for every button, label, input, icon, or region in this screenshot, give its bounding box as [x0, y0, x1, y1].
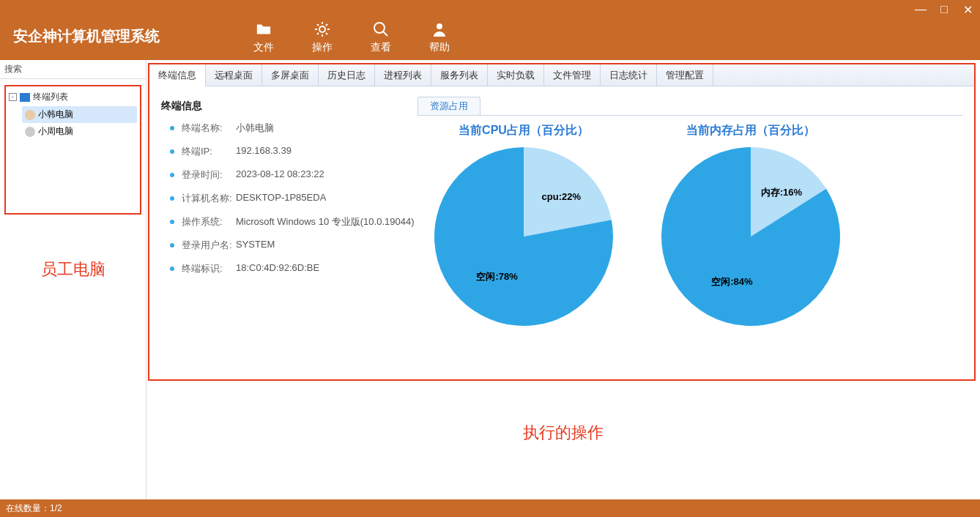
bullet-icon — [170, 243, 174, 248]
minimize-button[interactable]: — — [914, 3, 927, 17]
info-row-4: 操作系统:Microsoft Windows 10 专业版(10.0.19044… — [161, 215, 417, 228]
info-label: 计算机名称: — [182, 192, 236, 205]
info-value: 2023-08-12 08:23:22 — [236, 168, 417, 179]
main-panel: 终端信息远程桌面多屏桌面历史日志进程列表服务列表实时负载文件管理日志统计管理配置… — [146, 60, 980, 499]
tab-0[interactable]: 终端信息 — [149, 64, 206, 86]
info-value: DESKTOP-1P85EDA — [236, 192, 417, 203]
info-heading: 终端信息 — [161, 100, 417, 113]
tab-2[interactable]: 多屏桌面 — [262, 64, 319, 86]
tab-9[interactable]: 管理配置 — [657, 64, 713, 86]
tab-7[interactable]: 文件管理 — [544, 64, 601, 86]
action-caption: 执行的操作 — [523, 422, 604, 444]
info-value: 小韩电脑 — [236, 122, 417, 135]
terminal-info: 终端信息 终端名称:小韩电脑终端IP:192.168.3.39登录时间:2023… — [161, 95, 417, 329]
tab-4[interactable]: 进程列表 — [375, 64, 431, 86]
chart-1: 当前内存占用（百分比）内存:16%空闲:84% — [652, 123, 850, 329]
chart-title: 当前内存占用（百分比） — [652, 123, 850, 138]
info-row-5: 登录用户名:SYSTEM — [161, 239, 417, 252]
bullet-icon — [170, 196, 174, 201]
tree-item-label: 小周电脑 — [38, 125, 73, 138]
collapse-icon[interactable]: - — [9, 93, 17, 101]
sidebar-caption: 员工电脑 — [0, 258, 146, 280]
avatar-icon — [25, 127, 35, 137]
title-bar: 安企神计算机管理系统 文件 操作 查看 — [0, 0, 980, 60]
svg-line-2 — [383, 31, 387, 36]
info-row-0: 终端名称:小韩电脑 — [161, 122, 417, 135]
menu-file-label: 文件 — [253, 41, 274, 54]
close-button[interactable]: ✕ — [961, 3, 974, 17]
bullet-icon — [170, 267, 174, 271]
pie-slice-label: 内存:16% — [761, 186, 802, 199]
avatar-icon — [25, 110, 35, 120]
info-row-3: 计算机名称:DESKTOP-1P85EDA — [161, 192, 417, 205]
info-label: 登录用户名: — [182, 239, 236, 252]
menu-file[interactable]: 文件 — [253, 21, 274, 54]
info-row-6: 终端标识:18:C0:4D:92:6D:BE — [161, 262, 417, 275]
menu-view-label: 查看 — [371, 41, 391, 54]
menu-operate-label: 操作 — [312, 41, 333, 54]
gear-icon — [313, 21, 332, 38]
chart-title: 当前CPU占用（百分比） — [425, 123, 623, 138]
bullet-icon — [170, 220, 174, 224]
info-label: 终端名称: — [182, 122, 236, 135]
info-row-1: 终端IP:192.168.3.39 — [161, 145, 417, 158]
svg-point-3 — [437, 23, 442, 29]
menu-help[interactable]: 帮助 — [429, 21, 450, 54]
info-value: SYSTEM — [236, 239, 417, 250]
tab-1[interactable]: 远程桌面 — [206, 64, 262, 86]
screen-icon — [20, 93, 30, 102]
bullet-icon — [170, 126, 174, 130]
pie-slice-label: cpu:22% — [542, 191, 581, 202]
tree-root[interactable]: - 终端列表 — [9, 91, 137, 103]
pie-slice-label: 空闲:84% — [711, 275, 752, 289]
info-value: 192.168.3.39 — [236, 145, 417, 156]
info-value: Microsoft Windows 10 专业版(10.0.19044) — [236, 215, 417, 228]
menu-help-label: 帮助 — [429, 41, 450, 54]
app-title: 安企神计算机管理系统 — [0, 0, 160, 46]
tree-item-1[interactable]: 小周电脑 — [22, 123, 137, 140]
info-label: 登录时间: — [182, 168, 236, 182]
search-icon — [371, 21, 390, 38]
pie-slice-label: 空闲:78% — [476, 270, 517, 283]
menu-operate[interactable]: 操作 — [312, 21, 333, 54]
tree-item-0[interactable]: 小韩电脑 — [22, 106, 137, 123]
chart-0: 当前CPU占用（百分比）cpu:22%空闲:78% — [425, 123, 623, 329]
person-icon — [430, 21, 449, 38]
main-menu: 文件 操作 查看 帮助 — [253, 0, 450, 54]
svg-point-1 — [374, 23, 385, 33]
tab-strip: 终端信息远程桌面多屏桌面历史日志进程列表服务列表实时负载文件管理日志统计管理配置 — [149, 64, 974, 86]
folder-icon — [254, 21, 273, 38]
subtab-resource[interactable]: 资源占用 — [417, 97, 480, 115]
online-count: 在线数量：1/2 — [6, 502, 62, 515]
terminal-tree: - 终端列表 小韩电脑小周电脑 — [4, 85, 141, 215]
tab-6[interactable]: 实时负载 — [488, 64, 544, 86]
tree-root-label: 终端列表 — [33, 91, 68, 103]
sub-tab-strip: 资源占用 — [417, 95, 962, 116]
window-controls: — □ ✕ — [914, 3, 974, 17]
info-value: 18:C0:4D:92:6D:BE — [236, 262, 417, 273]
sidebar: 搜索 - 终端列表 小韩电脑小周电脑 员工电脑 — [0, 60, 146, 499]
menu-view[interactable]: 查看 — [371, 21, 391, 54]
tab-8[interactable]: 日志统计 — [601, 64, 657, 86]
search-input[interactable]: 搜索 — [0, 60, 146, 79]
tree-item-label: 小韩电脑 — [38, 108, 73, 121]
status-bar: 在线数量：1/2 — [0, 499, 980, 517]
info-label: 终端IP: — [182, 145, 236, 158]
svg-point-0 — [319, 26, 325, 32]
maximize-button[interactable]: □ — [938, 3, 951, 17]
info-row-2: 登录时间:2023-08-12 08:23:22 — [161, 168, 417, 182]
tab-3[interactable]: 历史日志 — [319, 64, 375, 86]
tab-5[interactable]: 服务列表 — [431, 64, 488, 86]
info-label: 终端标识: — [182, 262, 236, 275]
bullet-icon — [170, 149, 174, 154]
info-label: 操作系统: — [182, 215, 236, 228]
bullet-icon — [170, 173, 174, 177]
